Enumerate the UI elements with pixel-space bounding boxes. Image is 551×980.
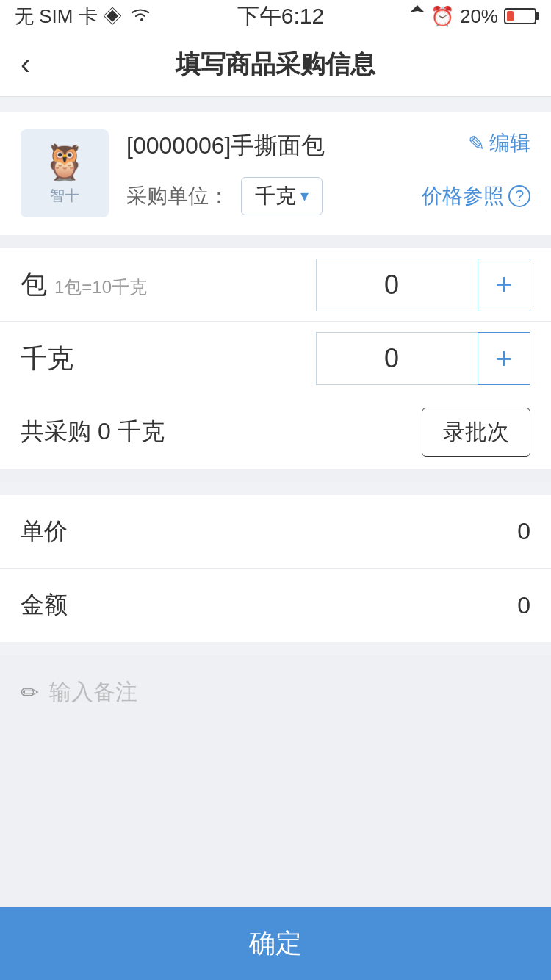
status-right: ⏰ 20%: [410, 5, 536, 28]
summary-row: 共采购 0 千克 录批次: [0, 395, 551, 469]
product-image-icon: 🦉: [43, 142, 87, 183]
pencil-icon: ✏: [21, 680, 39, 705]
input-section: 包 1包=10千克 + 千克 +: [0, 248, 551, 395]
bag-label: 包: [21, 267, 47, 303]
alarm-icon: ⏰: [431, 5, 454, 28]
status-time: 下午6:12: [237, 1, 324, 32]
content-area: [0, 729, 551, 920]
unit-price-row: 单价 0: [0, 495, 551, 569]
edit-label: 编辑: [489, 129, 530, 157]
separator-1: [0, 235, 551, 248]
wifi-icon: [129, 5, 151, 28]
summary-text: 共采购 0 千克: [21, 416, 165, 448]
note-placeholder-text: 输入备注: [49, 677, 137, 707]
unit-value: 千克: [255, 182, 296, 210]
status-left: 无 SIM 卡 ◈: [15, 4, 151, 29]
amount-row: 金额 0: [0, 569, 551, 642]
bag-quantity-input[interactable]: [316, 259, 478, 311]
edit-button[interactable]: ✎ 编辑: [468, 129, 530, 157]
kg-quantity-input[interactable]: [316, 332, 478, 385]
product-image-text: 智十: [50, 186, 79, 206]
chevron-down-icon: ▾: [300, 187, 309, 206]
kg-plus-button[interactable]: +: [478, 332, 530, 385]
info-icon: ?: [508, 185, 530, 207]
edit-icon: ✎: [468, 131, 485, 156]
battery-percent: 20%: [460, 5, 498, 28]
separator-2: [0, 469, 551, 482]
product-name: [0000006]手撕面包: [126, 129, 325, 162]
product-image: 🦉 智十: [21, 129, 109, 217]
unit-price-label: 单价: [21, 516, 68, 548]
bag-sub-label: 1包=10千克: [54, 275, 147, 299]
note-section[interactable]: ✏ 输入备注: [0, 655, 551, 729]
nav-bar: ‹ 填写商品采购信息: [0, 32, 551, 97]
page-title: 填写商品采购信息: [176, 48, 375, 82]
price-ref-button[interactable]: 价格参照 ?: [422, 182, 530, 210]
back-button[interactable]: ‹: [21, 48, 30, 81]
battery-indicator: [504, 8, 536, 24]
unit-select[interactable]: 千克 ▾: [241, 177, 323, 215]
product-info: [0000006]手撕面包 ✎ 编辑 采购单位： 千克 ▾ 价格参照 ?: [126, 129, 530, 215]
price-section: 单价 0 金额 0: [0, 495, 551, 642]
amount-value: 0: [517, 592, 530, 619]
location-icon: [410, 5, 425, 28]
status-bar: 无 SIM 卡 ◈ 下午6:12 ⏰ 20%: [0, 0, 551, 32]
bag-plus-button[interactable]: +: [478, 259, 530, 311]
kg-label: 千克: [21, 341, 73, 377]
price-ref-label: 价格参照: [422, 182, 504, 210]
bag-input-row: 包 1包=10千克 +: [0, 248, 551, 322]
amount-label: 金额: [21, 589, 68, 621]
record-batch-button[interactable]: 录批次: [422, 408, 530, 457]
unit-label: 采购单位：: [126, 182, 229, 210]
product-card: 🦉 智十 [0000006]手撕面包 ✎ 编辑 采购单位： 千克 ▾ 价格参照 …: [0, 112, 551, 235]
unit-price-value: 0: [517, 518, 530, 545]
sim-label: 无 SIM 卡 ◈: [15, 4, 122, 29]
kg-input-row: 千克 +: [0, 322, 551, 395]
confirm-button[interactable]: 确定: [0, 907, 551, 980]
